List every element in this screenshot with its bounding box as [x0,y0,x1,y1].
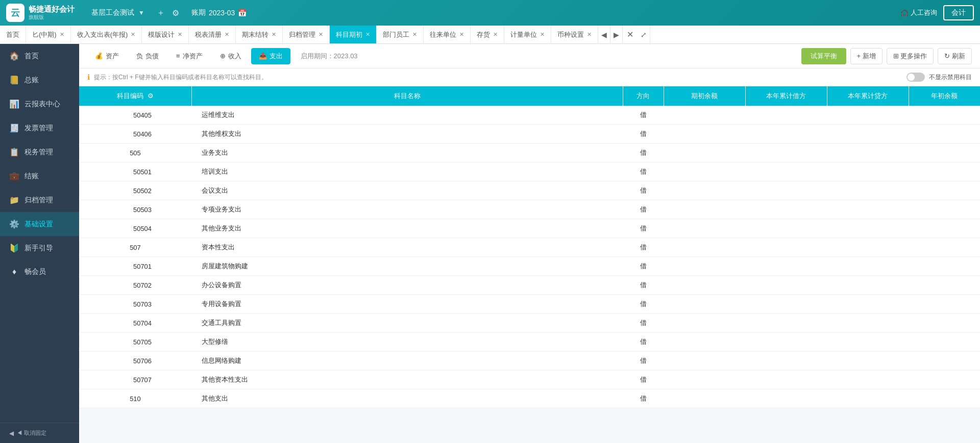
tab-tax[interactable]: 税表清册 ✕ [189,26,236,43]
sub-tab-net-assets[interactable]: ≡ 净资产 [168,48,210,64]
tab-period-end[interactable]: 期末结转 ✕ [236,26,283,43]
header-actions: ＋ ⚙ [155,6,181,20]
cell-year-debit [745,200,827,219]
cell-year-credit [827,276,909,295]
cell-period-bal [664,181,745,200]
sidebar-item-member[interactable]: ♦ 畅会员 [0,260,79,284]
sidebar-item-guide[interactable]: 🔰 新手引导 [0,236,79,260]
close-icon[interactable]: ✕ [493,31,498,38]
sidebar-label-ledger: 总账 [24,76,39,85]
tab-income[interactable]: 收入支出表(年报) ✕ [71,26,142,43]
cell-period-bal [664,125,745,144]
sub-tab-liabilities[interactable]: 负 负债 [129,48,166,64]
table-row[interactable]: 50703 专用设备购置 借 [79,295,980,314]
settings-icon[interactable]: ⚙ [170,6,181,20]
table-row[interactable]: 50406 其他维权支出 借 [79,125,980,144]
tab-nav-prev[interactable]: ◀ [598,26,610,43]
sub-tab-income[interactable]: ⊕ 收入 [212,48,249,64]
close-icon[interactable]: ✕ [587,31,592,38]
cell-name: 专用设备购置 [191,295,623,314]
table-row[interactable]: 50502 会议支出 借 [79,181,980,200]
tab-unit[interactable]: 计量单位 ✕ [504,26,551,43]
tab-partner[interactable]: 往来单位 ✕ [424,26,471,43]
table-row[interactable]: 50503 专项业务支出 借 [79,200,980,219]
column-settings-icon[interactable]: ⚙ [148,92,154,100]
project-name: 基层工会测试 [91,8,134,17]
period-value: 2023-03 [209,9,235,17]
sidebar-label-home: 首页 [24,52,39,61]
close-icon[interactable]: ✕ [60,31,64,38]
refresh-button[interactable]: ↻ 刷新 [938,48,972,64]
sidebar-item-home[interactable]: 🏠 首页 [0,44,79,68]
table-row[interactable]: 505 业务支出 借 [79,144,980,162]
sidebar-item-invoice[interactable]: 🧾 发票管理 [0,116,79,140]
tab-inventory[interactable]: 存货 ✕ [471,26,504,43]
sub-tab-assets[interactable]: 💰 资产 [87,48,127,64]
close-icon[interactable]: ✕ [225,31,229,38]
cell-year-credit [827,370,909,389]
add-project-icon[interactable]: ＋ [155,6,167,20]
tab-subject-init[interactable]: 科目期初 ✕ [330,26,377,43]
sidebar-collapse-btn[interactable]: ◀ ◀ 取消固定 [0,423,79,443]
table-row[interactable]: 50701 房屋建筑物购建 借 [79,257,980,276]
tab-template[interactable]: 模版设计 ✕ [142,26,189,43]
toggle-track[interactable] [906,73,925,82]
tab-home[interactable]: 首页 [0,26,26,43]
more-actions-button[interactable]: ⊞ 更多操作 [887,48,934,64]
chevron-down-icon[interactable]: ▼ [138,9,144,16]
sidebar-item-reports[interactable]: 📊 云报表中心 [0,92,79,116]
cell-period-bal [664,106,745,125]
close-icon[interactable]: ✕ [272,31,276,38]
close-icon[interactable]: ✕ [459,31,464,38]
close-icon[interactable]: ✕ [365,31,370,38]
table-row[interactable]: 50706 信息网络购建 借 [79,352,980,370]
table-row[interactable]: 50501 培训支出 借 [79,162,980,181]
toggle-disabled-subjects[interactable]: 不显示禁用科目 [906,73,972,82]
cell-year-debit [745,276,827,295]
table-row[interactable]: 510 其他支出 借 [79,389,980,408]
customer-service-btn[interactable]: 🎧 人工咨询 [900,8,937,17]
cell-year-bal [909,389,980,408]
cell-name: 专项业务支出 [191,200,623,219]
cell-year-credit [827,144,909,162]
table-row[interactable]: 50702 办公设备购置 借 [79,276,980,295]
cell-year-credit [827,106,909,125]
tab-dept[interactable]: 部门员工 ✕ [377,26,424,43]
cell-year-bal [909,314,980,333]
cell-name: 其他支出 [191,389,623,408]
sidebar-item-close[interactable]: 💼 结账 [0,164,79,188]
table-row[interactable]: 50405 运维维支出 借 [79,106,980,125]
tab-archive[interactable]: 归档管理 ✕ [283,26,330,43]
table-row[interactable]: 507 资本性支出 借 [79,238,980,257]
table-row[interactable]: 50504 其他业务支出 借 [79,219,980,238]
add-button[interactable]: + 新增 [850,48,883,64]
account-button[interactable]: 会计 [943,5,974,20]
close-icon[interactable]: ✕ [178,31,182,38]
sidebar-item-tax[interactable]: 📋 税务管理 [0,140,79,164]
calendar-icon[interactable]: 📅 [238,9,247,17]
close-icon[interactable]: ✕ [131,31,135,38]
tab-expand-icon[interactable]: ⤢ [638,26,650,43]
table-row[interactable]: 50704 交通工具购置 借 [79,314,980,333]
cell-dir: 借 [623,238,664,257]
table-row[interactable]: 50705 大型修缮 借 [79,333,980,352]
tab-interim[interactable]: 匕(中期) ✕ [26,26,71,43]
table-row[interactable]: 50707 其他资本性支出 借 [79,370,980,389]
sidebar-item-archive[interactable]: 📁 归档管理 [0,188,79,212]
tab-nav-next[interactable]: ▶ [610,26,623,43]
close-icon[interactable]: ✕ [318,31,323,38]
col-header-dir: 方向 [623,86,664,106]
sidebar-label-tax: 税务管理 [24,148,53,157]
cell-dir: 借 [623,389,664,408]
sub-tab-actions: 试算平衡 + 新增 ⊞ 更多操作 ↻ 刷新 [801,48,972,64]
trial-balance-button[interactable]: 试算平衡 [801,48,846,64]
sidebar-item-settings[interactable]: ⚙️ 基础设置 [0,212,79,236]
sub-tab-expense[interactable]: 📤 支出 [251,48,290,64]
sidebar-item-ledger[interactable]: 📒 总账 [0,68,79,92]
guide-icon: 🔰 [9,243,19,253]
tab-close-all[interactable]: ✕ [623,26,638,43]
tab-currency[interactable]: 币种设置 ✕ [551,26,598,43]
close-icon[interactable]: ✕ [412,31,417,38]
cell-code: 50701 [79,257,191,276]
close-icon[interactable]: ✕ [540,31,545,38]
